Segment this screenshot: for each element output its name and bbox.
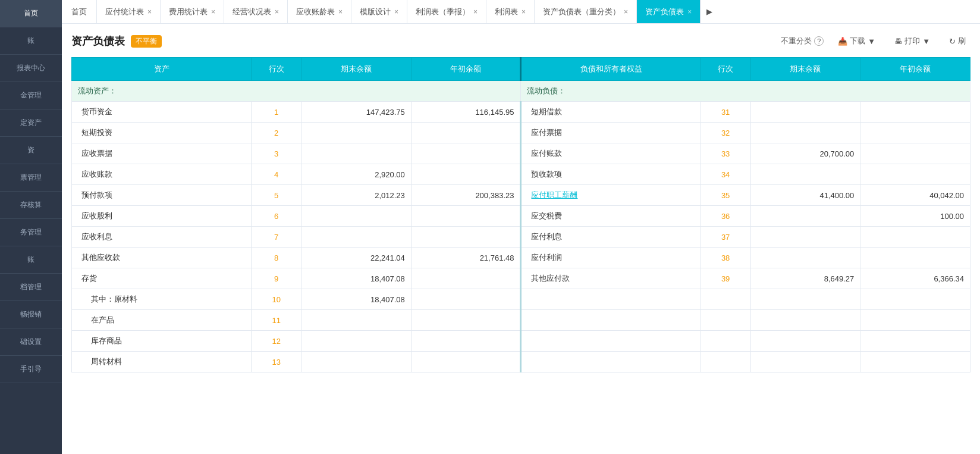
table-row: 周转材料 13 <box>72 352 970 372</box>
begin-balance <box>411 206 521 227</box>
sidebar-item-ledger[interactable]: 账 <box>0 246 62 274</box>
print-button[interactable]: 🖶 打印 ▼ <box>890 33 935 49</box>
tab-label: 费用统计表 <box>169 7 208 17</box>
liability-label: 短期借款 <box>521 102 701 123</box>
tab-profit-quarterly[interactable]: 利润表（季报） × <box>407 0 486 24</box>
chevron-down-icon: ▼ <box>922 37 930 46</box>
row-number: 13 <box>252 352 301 372</box>
col-header-row-num-left: 行次 <box>252 58 301 81</box>
refresh-icon: ↻ <box>949 37 956 46</box>
row-number: 11 <box>252 310 301 331</box>
end-balance: 8,649.27 <box>750 268 860 289</box>
col-header-end-balance-left: 期末余额 <box>301 58 412 81</box>
tab-scroll-right[interactable]: ▶ <box>701 0 717 24</box>
table-row: 其他应收款 8 22,241.04 21,761.48 应付利润 38 <box>72 248 970 268</box>
begin-balance <box>411 310 521 331</box>
row-number: 38 <box>701 248 750 268</box>
table-row: 在产品 11 <box>72 310 970 331</box>
sidebar-item-inventory-accounting[interactable]: 存核算 <box>0 192 62 219</box>
table-row: 其中：原材料 10 18,407.08 <box>72 289 970 310</box>
close-icon[interactable]: × <box>275 8 279 16</box>
begin-balance <box>411 143 521 164</box>
sidebar-item-capital[interactable]: 资 <box>0 137 62 164</box>
col-header-row-num-right: 行次 <box>701 58 750 81</box>
begin-balance <box>860 123 970 143</box>
sidebar-item-account[interactable]: 账 <box>0 27 62 55</box>
close-icon[interactable]: × <box>624 8 628 16</box>
sidebar-item-fixed-assets[interactable]: 定资产 <box>0 109 62 137</box>
table-row: 库存商品 12 <box>72 331 970 352</box>
row-number: 10 <box>252 289 301 310</box>
begin-balance <box>860 289 970 310</box>
tab-operation-status[interactable]: 经营状况表 × <box>224 0 288 24</box>
row-number: 1 <box>252 102 301 123</box>
begin-balance <box>860 143 970 164</box>
sidebar-item-tax-management[interactable]: 务管理 <box>0 219 62 246</box>
end-balance <box>750 331 860 352</box>
row-number: 39 <box>701 268 750 289</box>
sidebar-item-fund-management[interactable]: 金管理 <box>0 82 62 109</box>
close-icon[interactable]: × <box>394 8 398 16</box>
begin-balance <box>860 248 970 268</box>
liability-label <box>521 331 701 352</box>
row-number <box>701 331 750 352</box>
close-icon[interactable]: × <box>211 8 215 16</box>
tab-balance-sheet-reclassified[interactable]: 资产负债表（重分类） × <box>535 0 637 24</box>
close-icon[interactable]: × <box>338 8 343 16</box>
asset-label: 货币资金 <box>72 102 252 123</box>
begin-balance <box>860 310 970 331</box>
tab-profit[interactable]: 利润表 × <box>486 0 535 24</box>
help-icon[interactable]: ? <box>814 36 824 46</box>
end-balance <box>750 123 860 143</box>
download-icon: 📥 <box>838 37 847 46</box>
row-number: 31 <box>701 102 750 123</box>
end-balance <box>301 143 412 164</box>
close-icon[interactable]: × <box>687 8 692 16</box>
tab-template-design[interactable]: 模版设计 × <box>351 0 407 24</box>
tab-payable-stats[interactable]: 应付统计表 × <box>97 0 161 24</box>
end-balance <box>750 310 860 331</box>
asset-label: 应收票据 <box>72 143 252 164</box>
row-number: 37 <box>701 227 750 248</box>
begin-balance <box>411 227 521 248</box>
liability-label <box>521 289 701 310</box>
sidebar-item-archive[interactable]: 档管理 <box>0 274 62 301</box>
tab-expense-stats[interactable]: 费用统计表 × <box>161 0 224 24</box>
col-header-asset: 资产 <box>72 58 252 81</box>
sidebar-item-ticket-management[interactable]: 票管理 <box>0 164 62 192</box>
asset-label-indent: 库存商品 <box>72 331 252 352</box>
begin-balance <box>411 164 521 185</box>
sidebar-item-home[interactable]: 首页 <box>0 0 62 27</box>
page-title-area: 资产负债表 不平衡 <box>71 34 162 48</box>
begin-balance: 6,366.34 <box>860 268 970 289</box>
table-row: 应收利息 7 应付利息 37 <box>72 227 970 248</box>
sidebar-item-report-center[interactable]: 报表中心 <box>0 55 62 82</box>
end-balance <box>750 248 860 268</box>
asset-label: 应收账款 <box>72 164 252 185</box>
sidebar-item-settings[interactable]: 础设置 <box>0 328 62 356</box>
tab-label: 模版设计 <box>360 7 391 17</box>
no-reclassify-label[interactable]: 不重分类 ? <box>781 36 824 46</box>
liability-label: 应付账款 <box>521 143 701 164</box>
section-label-current-liabilities: 流动负债： <box>521 81 970 102</box>
row-number: 9 <box>252 268 301 289</box>
end-balance: 2,012.23 <box>301 185 412 206</box>
tab-receivable-aging[interactable]: 应收账龄表 × <box>288 0 351 24</box>
sidebar-item-guide[interactable]: 手引导 <box>0 356 62 383</box>
tab-label: 利润表（季报） <box>416 7 470 17</box>
download-button[interactable]: 📥 下载 ▼ <box>833 33 880 49</box>
row-number: 4 <box>252 164 301 185</box>
refresh-button[interactable]: ↻ 刷 <box>944 33 970 49</box>
tab-balance-sheet[interactable]: 资产负债表 × <box>637 0 701 24</box>
close-icon[interactable]: × <box>473 8 478 16</box>
row-number: 8 <box>252 248 301 268</box>
row-number: 33 <box>701 143 750 164</box>
end-balance: 18,407.08 <box>301 289 412 310</box>
tab-home[interactable]: 首页 <box>62 0 97 24</box>
close-icon[interactable]: × <box>147 8 152 16</box>
close-icon[interactable]: × <box>522 8 526 16</box>
tab-label: 资产负债表 <box>645 7 684 17</box>
sidebar-item-expense[interactable]: 畅报销 <box>0 301 62 328</box>
row-number: 6 <box>252 206 301 227</box>
end-balance <box>750 352 860 372</box>
